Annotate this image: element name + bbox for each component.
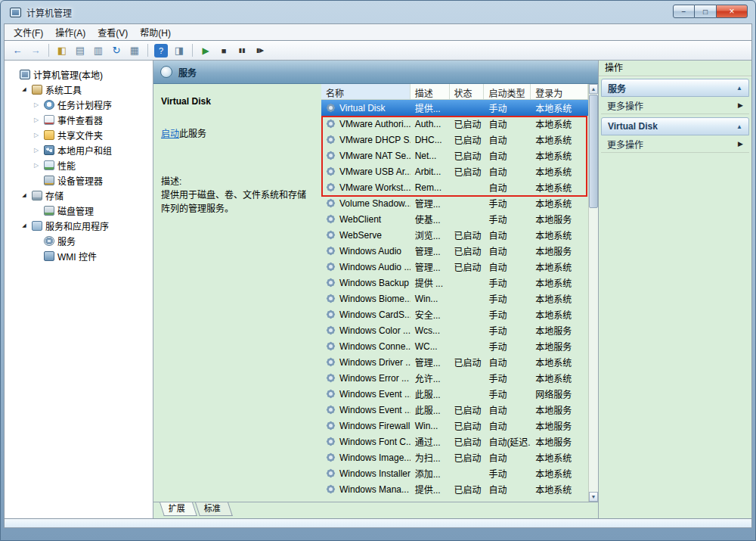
tree-item-shared-folders[interactable]: ▷共享文件夹 [5,127,153,142]
vertical-scrollbar[interactable]: ▲ ▼ [588,84,598,502]
expanded-expander-icon[interactable]: ◢ [20,222,29,229]
column-header-startup-type[interactable]: 启动类型 [484,84,531,99]
service-name: VMware Authori... [339,119,411,129]
minimize-button[interactable]: − [673,5,695,18]
service-row-14[interactable]: Windows CardS...安全...手动本地系统 [321,306,588,322]
tree-item-performance[interactable]: ▷性能 [5,157,153,173]
collapsed-expander-icon[interactable]: ▷ [32,162,41,169]
service-row-1[interactable]: Virtual Disk提供...手动本地系统 [321,100,588,116]
help-icon[interactable]: ? [154,44,168,58]
service-row-16[interactable]: Windows Conne...WC...手动本地服务 [321,338,588,354]
service-row-17[interactable]: Windows Driver ...管理...已启动自动本地系统 [321,354,588,370]
back-icon[interactable]: ← [9,42,26,58]
service-row-13[interactable]: Windows Biome...Win...手动本地系统 [321,291,588,306]
service-row-21[interactable]: Windows FirewallWin...已启动自动本地服务 [321,418,588,434]
service-row-2[interactable]: VMware Authori...Auth...已启动自动本地系统 [321,116,588,132]
expanded-expander-icon[interactable]: ◢ [20,192,29,198]
service-row-25[interactable]: Windows Mana...提供...已启动自动本地系统 [321,481,588,497]
more-actions-services[interactable]: 更多操作▶ [601,97,749,114]
service-startup-type: 自动 [484,133,531,146]
refresh-icon[interactable]: ↻ [108,42,125,58]
service-row-6[interactable]: VMware Workst...Rem...自动本地系统 [321,179,588,195]
expanded-expander-icon[interactable]: ◢ [20,86,29,92]
collapsed-expander-icon[interactable]: ▷ [32,101,41,108]
tree-item-local-users-and-groups[interactable]: ▷本地用户和组 [5,142,153,157]
service-gear-icon [326,198,336,208]
service-row-9[interactable]: WebServe浏览...已启动自动本地系统 [321,227,588,243]
collapsed-expander-icon[interactable]: ▷ [32,147,41,154]
close-button[interactable]: × [716,5,748,18]
restart-service-icon[interactable]: ▮▶ [252,42,268,58]
tab-standard[interactable]: 标准 [195,502,233,516]
tree-item-system-tools[interactable]: ◢系统工具 [5,82,153,97]
maximize-button[interactable]: □ [695,5,716,18]
service-row-18[interactable]: Windows Error ...允许...手动本地系统 [321,370,588,386]
menu-view[interactable]: 查看(V) [91,24,134,40]
show-action-pane-icon[interactable]: ◨ [171,42,187,58]
export-icon[interactable]: ▤ [72,42,88,58]
tree-item-device-manager[interactable]: 设备管理器 [5,173,153,188]
service-row-8[interactable]: WebClient使基...手动本地服务 [321,211,588,227]
service-row-10[interactable]: Windows Audio管理...已启动自动本地服务 [321,243,588,259]
service-row-3[interactable]: VMware DHCP S...DHC...已启动自动本地系统 [321,132,588,148]
export-list-icon[interactable]: ▦ [126,42,143,58]
collapsed-expander-icon[interactable]: ▷ [32,117,41,123]
column-header-logon-as[interactable]: 登录为 [531,84,588,99]
service-logon-as: 本地系统 [531,117,588,130]
menu-help[interactable]: 帮助(H) [134,24,177,40]
service-status: 已启动 [450,260,485,273]
service-row-19[interactable]: Windows Event ...此服...手动网络服务 [321,386,588,402]
tree-item-services[interactable]: 服务 [5,233,153,248]
tree-item-wmi-control[interactable]: WMI 控件 [5,248,153,263]
tree-item-task-scheduler[interactable]: ▷任务计划程序 [5,97,153,112]
service-status: 已启动 [450,403,485,416]
selected-service-title: Virtual Disk [161,96,315,107]
menu-file[interactable]: 文件(F) [8,24,49,40]
tree-item-storage[interactable]: ◢存储 [5,188,153,203]
tree-item-label: 存储 [45,189,64,202]
service-startup-type: 自动 [484,483,531,496]
service-desc: Auth... [411,119,450,129]
service-row-12[interactable]: Windows Backup提供 ...手动本地系统 [321,275,588,291]
service-row-7[interactable]: Volume Shadow...管理...手动本地系统 [321,195,588,211]
collapse-icon[interactable]: ▲ [736,85,742,92]
service-row-5[interactable]: VMware USB Ar...Arbit...已启动自动本地系统 [321,163,588,179]
actions-section-services[interactable]: 服务▲ [601,79,749,97]
forward-icon[interactable]: → [27,42,44,58]
collapse-icon[interactable]: ▲ [736,123,742,130]
service-row-23[interactable]: Windows Image...为扫...已启动自动本地系统 [321,449,588,465]
service-logon-as: 本地系统 [531,165,588,178]
service-row-4[interactable]: VMware NAT Se...Net...已启动自动本地系统 [321,148,588,163]
service-row-24[interactable]: Windows Installer添加...手动本地系统 [321,465,588,481]
service-gear-icon [326,405,336,415]
service-gear-icon [326,214,336,224]
scroll-up-button[interactable]: ▲ [589,84,598,94]
start-service-link[interactable]: 启动 [161,129,179,139]
service-row-11[interactable]: Windows Audio ...管理...已启动自动本地系统 [321,259,588,275]
tree-item-computer-management-local[interactable]: 计算机管理(本地) [5,67,153,82]
menu-action[interactable]: 操作(A) [49,24,91,40]
properties-icon[interactable]: ▥ [90,42,107,58]
stop-service-icon[interactable]: ■ [215,42,232,58]
collapsed-expander-icon[interactable]: ▷ [32,132,41,138]
tree-item-event-viewer[interactable]: ▷事件查看器 [5,112,153,127]
tab-extended[interactable]: 扩展 [160,502,197,516]
scroll-down-button[interactable]: ▼ [589,492,598,502]
pause-service-icon[interactable]: ▮▮ [234,42,250,58]
show-console-tree-icon[interactable]: ◧ [54,42,70,58]
service-row-15[interactable]: Windows Color ...Wcs...手动本地服务 [321,322,588,338]
tree-item-disk-management[interactable]: 磁盘管理 [5,203,153,218]
title-bar[interactable]: 计算机管理 − □ × [1,1,755,23]
more-actions-virtual-disk[interactable]: 更多操作▶ [601,135,749,153]
tree-item-services-and-applications[interactable]: ◢服务和应用程序 [5,218,153,233]
actions-section-virtual-disk[interactable]: Virtual Disk▲ [601,117,749,135]
service-row-22[interactable]: Windows Font C...通过...已启动自动(延迟...本地服务 [321,434,588,449]
column-header-status[interactable]: 状态 [450,84,485,99]
column-header-description[interactable]: 描述 [411,84,450,99]
column-header-name[interactable]: 名称 [321,84,411,99]
scrollbar-thumb[interactable] [589,95,598,208]
service-row-20[interactable]: Windows Event ...此服...已启动自动本地服务 [321,402,588,418]
tree-item-label: 事件查看器 [57,113,103,126]
service-desc: Arbit... [411,166,450,177]
start-service-icon[interactable]: ▶ [197,42,214,58]
